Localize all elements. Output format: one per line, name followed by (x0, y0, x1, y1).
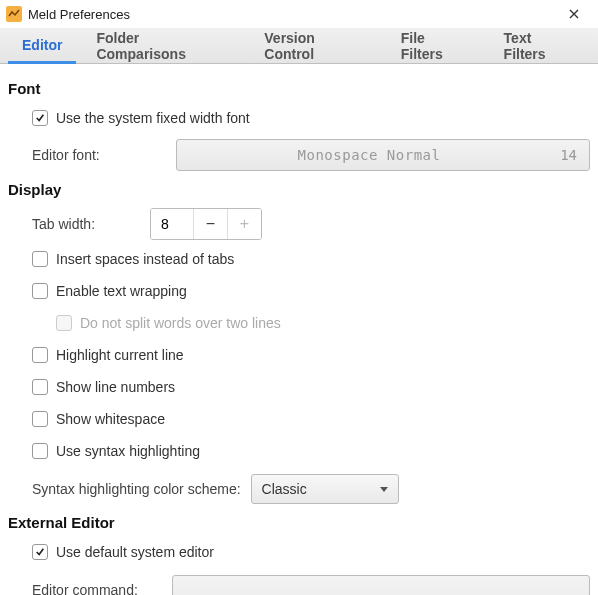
show-whitespace-checkbox[interactable] (32, 411, 48, 427)
tab-editor[interactable]: Editor (8, 28, 76, 64)
window-title: Meld Preferences (28, 7, 560, 22)
insert-spaces-checkbox[interactable] (32, 251, 48, 267)
editor-font-size: 14 (549, 147, 577, 163)
no-split-words-checkbox (56, 315, 72, 331)
use-system-font-label: Use the system fixed width font (56, 110, 250, 126)
editor-font-row: Editor font: Monospace Normal 14 (32, 139, 590, 171)
highlight-line-row: Highlight current line (32, 342, 590, 368)
display-section-header: Display (8, 181, 590, 198)
syntax-scheme-label: Syntax highlighting color scheme: (32, 481, 241, 497)
tab-width-decrement[interactable]: − (193, 209, 227, 239)
use-system-font-row: Use the system fixed width font (32, 105, 590, 131)
close-icon (568, 8, 580, 20)
no-split-words-label: Do not split words over two lines (80, 315, 281, 331)
close-button[interactable] (560, 2, 588, 26)
tab-vcs-label: Version Control (264, 30, 366, 62)
enable-wrapping-label: Enable text wrapping (56, 283, 187, 299)
use-default-editor-checkbox[interactable] (32, 544, 48, 560)
use-syntax-hl-row: Use syntax highlighting (32, 438, 590, 464)
external-editor-header: External Editor (8, 514, 590, 531)
font-section-header: Font (8, 80, 590, 97)
tab-version-control[interactable]: Version Control (250, 28, 380, 63)
syntax-scheme-row: Syntax highlighting color scheme: Classi… (32, 474, 590, 504)
tab-editor-label: Editor (22, 37, 62, 53)
tab-text-filters[interactable]: Text Filters (490, 28, 590, 63)
show-line-numbers-checkbox[interactable] (32, 379, 48, 395)
tab-width-input[interactable] (151, 209, 193, 239)
tab-bar: Editor Folder Comparisons Version Contro… (0, 28, 598, 64)
editor-command-row: Editor command: (32, 575, 590, 595)
app-icon (6, 6, 22, 22)
syntax-scheme-combo[interactable]: Classic (251, 474, 399, 504)
tab-file-filters[interactable]: File Filters (387, 28, 484, 63)
use-system-font-checkbox[interactable] (32, 110, 48, 126)
title-bar: Meld Preferences (0, 0, 598, 28)
show-whitespace-row: Show whitespace (32, 406, 590, 432)
highlight-line-label: Highlight current line (56, 347, 184, 363)
tab-width-label: Tab width: (32, 216, 140, 232)
tab-folder-label: Folder Comparisons (96, 30, 230, 62)
tab-textfilters-label: Text Filters (504, 30, 576, 62)
tab-filefilters-label: File Filters (401, 30, 470, 62)
tab-folder-comparisons[interactable]: Folder Comparisons (82, 28, 244, 63)
editor-command-input[interactable] (172, 575, 590, 595)
use-syntax-hl-checkbox[interactable] (32, 443, 48, 459)
no-split-words-row: Do not split words over two lines (56, 310, 590, 336)
editor-command-label: Editor command: (32, 582, 162, 595)
enable-wrapping-checkbox[interactable] (32, 283, 48, 299)
enable-wrapping-row: Enable text wrapping (32, 278, 590, 304)
show-line-numbers-label: Show line numbers (56, 379, 175, 395)
editor-font-button[interactable]: Monospace Normal 14 (176, 139, 590, 171)
chevron-down-icon (380, 487, 388, 492)
tab-width-row: Tab width: − + (32, 208, 590, 240)
highlight-line-checkbox[interactable] (32, 347, 48, 363)
use-default-editor-label: Use default system editor (56, 544, 214, 560)
editor-font-label: Editor font: (32, 147, 142, 163)
insert-spaces-label: Insert spaces instead of tabs (56, 251, 234, 267)
preferences-content: Font Use the system fixed width font Edi… (0, 64, 598, 595)
tab-width-increment[interactable]: + (227, 209, 261, 239)
use-default-editor-row: Use default system editor (32, 539, 590, 565)
use-syntax-hl-label: Use syntax highlighting (56, 443, 200, 459)
editor-font-name: Monospace Normal (189, 147, 549, 163)
syntax-scheme-value: Classic (262, 481, 372, 497)
insert-spaces-row: Insert spaces instead of tabs (32, 246, 590, 272)
show-whitespace-label: Show whitespace (56, 411, 165, 427)
show-line-numbers-row: Show line numbers (32, 374, 590, 400)
tab-width-spinbox: − + (150, 208, 262, 240)
